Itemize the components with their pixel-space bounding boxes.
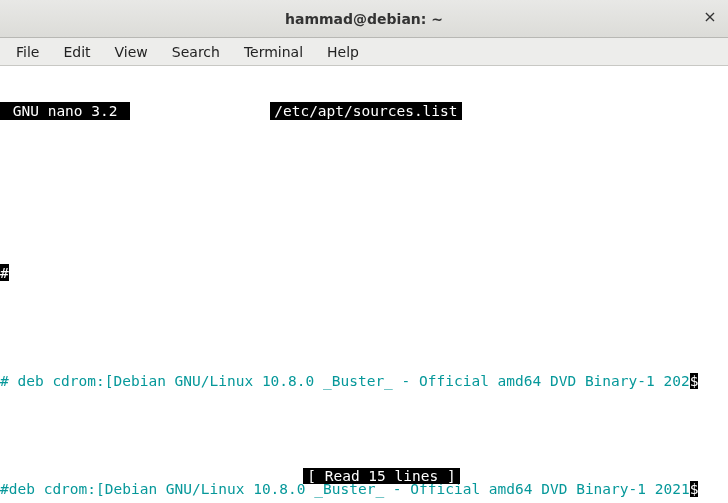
editor-line bbox=[0, 426, 728, 444]
editor-line bbox=[0, 318, 728, 336]
menu-view[interactable]: View bbox=[103, 40, 160, 64]
cursor: # bbox=[0, 264, 9, 281]
menu-search[interactable]: Search bbox=[160, 40, 232, 64]
editor-line: # bbox=[0, 264, 728, 282]
nano-status-line: [ Read 15 lines ] bbox=[0, 449, 728, 467]
nano-filename: /etc/apt/sources.list bbox=[270, 102, 461, 120]
menu-edit[interactable]: Edit bbox=[51, 40, 102, 64]
menu-file[interactable]: File bbox=[4, 40, 51, 64]
nano-header: GNU nano 3.2 /etc/apt/sources.list bbox=[0, 102, 728, 120]
editor-line: # deb cdrom:[Debian GNU/Linux 10.8.0 _Bu… bbox=[0, 372, 728, 390]
menubar: File Edit View Search Terminal Help bbox=[0, 38, 728, 66]
window-title: hammad@debian: ~ bbox=[0, 11, 728, 27]
editor-line bbox=[0, 210, 728, 228]
terminal-area[interactable]: GNU nano 3.2 /etc/apt/sources.list # # d… bbox=[0, 66, 728, 503]
nano-version: GNU nano 3.2 bbox=[0, 102, 130, 120]
close-icon[interactable]: × bbox=[700, 8, 720, 28]
menu-help[interactable]: Help bbox=[315, 40, 371, 64]
window-titlebar: hammad@debian: ~ × bbox=[0, 0, 728, 38]
menu-terminal[interactable]: Terminal bbox=[232, 40, 315, 64]
nano-shortcut-bar: ^GGet Help ^OWrite Out ^WWhere Is ^KCut … bbox=[0, 467, 728, 503]
